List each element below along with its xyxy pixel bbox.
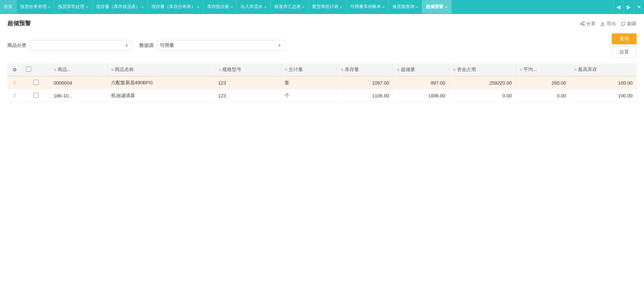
close-icon[interactable]: ×	[340, 5, 342, 9]
row-stock: 1097.00	[337, 76, 393, 89]
name-column-header[interactable]: 商品名称	[107, 63, 214, 76]
page-header: 超储预警 分享 导出 刷新	[7, 20, 637, 27]
nav-tab-task-mgmt[interactable]: 拣货任务管理 ×	[17, 0, 54, 14]
export-button[interactable]: 导出	[600, 21, 616, 27]
data-table: ⚙ 商品... 商品名称 规格型号 主计量 库存量 超储量 资金占用 平均...…	[7, 63, 637, 102]
nav-tab-overstock[interactable]: 超储预警 ×	[422, 0, 451, 14]
page-content: 超储预警 分享 导出 刷新 商品	[0, 14, 644, 293]
row-checkbox-cell	[22, 76, 50, 89]
row-spec: 123	[214, 76, 281, 89]
category-select[interactable]: ▼	[29, 40, 132, 51]
filter-row: 商品分类 ▼ 数据源 可用量 ▼ 查询 设置	[7, 33, 637, 58]
nav-tab-home[interactable]: 首页	[0, 0, 17, 14]
row-stock: 1106.00	[337, 89, 393, 102]
row-name: 机油滤清器	[107, 89, 214, 102]
nav-tab-abnormal[interactable]: 拣货异常处理 ×	[54, 0, 92, 14]
row-number: 1	[7, 76, 22, 89]
row-unit: 个	[281, 89, 337, 102]
close-icon[interactable]: ×	[231, 5, 233, 9]
nav-tab-batch[interactable]: 库存批次账 ×	[204, 0, 237, 14]
refresh-button[interactable]: 刷新	[621, 21, 637, 27]
settings-button[interactable]: 设置	[612, 47, 637, 58]
row-overstock: 1006.00	[393, 89, 449, 102]
close-icon[interactable]: ×	[197, 5, 199, 9]
row-checkbox-cell	[22, 89, 50, 102]
top-nav: 首页 拣货任务管理 × 拣货异常处理 × 现存量（库存状况表） × 现存量（库存…	[0, 0, 644, 14]
table-header-row: ⚙ 商品... 商品名称 规格型号 主计量 库存量 超储量 资金占用 平均...…	[7, 63, 637, 76]
stock-column-header[interactable]: 库存量	[337, 63, 393, 76]
avg-column-header[interactable]: 平均...	[516, 63, 570, 76]
category-label: 商品分类	[7, 42, 26, 49]
row-spec: 123	[214, 89, 281, 102]
nav-next-button[interactable]: ▶	[623, 0, 634, 14]
datasource-value: 可用量	[160, 42, 174, 49]
nav-tab-order-stats[interactable]: 要货单统计表 ×	[308, 0, 346, 14]
close-icon[interactable]: ×	[416, 5, 418, 9]
row-unit: 套	[281, 76, 337, 89]
row-checkbox[interactable]	[33, 80, 39, 85]
close-icon[interactable]: ×	[86, 5, 88, 9]
row-number: 2	[7, 89, 22, 102]
share-button[interactable]: 分享	[579, 21, 596, 27]
nav-tab-inout-flow[interactable]: 出入库流水 ×	[237, 0, 270, 14]
row-overstock: 997.00	[393, 76, 449, 89]
datasource-filter: 数据源 可用量 ▼	[139, 40, 285, 51]
table-row: 1 0000004 六配套新昌490BPG 123 套 1097.00 997.…	[7, 76, 637, 89]
refresh-icon	[621, 21, 626, 26]
row-maxstock: 100.00	[570, 76, 636, 89]
close-icon[interactable]: ×	[445, 5, 447, 9]
checkbox-column-header	[22, 63, 50, 76]
row-checkbox[interactable]	[33, 93, 39, 98]
close-icon[interactable]: ×	[142, 5, 144, 9]
category-filter: 商品分类 ▼	[7, 40, 132, 51]
share-icon	[579, 21, 585, 26]
export-icon	[600, 21, 605, 26]
select-all-checkbox[interactable]	[26, 67, 31, 72]
gear-column-header[interactable]: ⚙	[7, 63, 22, 76]
close-icon[interactable]: ×	[48, 5, 50, 9]
row-code: 0000004	[50, 76, 107, 89]
table-body: 1 0000004 六配套新昌490BPG 123 套 1097.00 997.…	[7, 76, 637, 102]
nav-tab-stock-dist[interactable]: 现存量（库存分布表） ×	[148, 0, 203, 14]
chevron-down-icon: ▼	[125, 43, 129, 48]
nav-tab-quality[interactable]: 保质期查询 ×	[389, 0, 422, 14]
datasource-select[interactable]: 可用量 ▼	[157, 40, 285, 51]
capital-column-header[interactable]: 资金占用	[449, 63, 516, 76]
unit-column-header[interactable]: 主计量	[281, 63, 337, 76]
row-avg: 260.00	[516, 76, 570, 89]
close-icon[interactable]: ×	[302, 5, 304, 9]
row-maxstock: 100.00	[570, 89, 636, 102]
row-capital: 0.00	[449, 89, 516, 102]
close-icon[interactable]: ×	[383, 5, 385, 9]
close-icon[interactable]: ×	[264, 5, 266, 9]
nav-tab-stock-status[interactable]: 现存量（库存状况表） ×	[92, 0, 148, 14]
header-actions: 分享 导出 刷新	[579, 21, 637, 27]
filter-buttons: 查询 设置	[612, 33, 637, 58]
row-name: 六配套新昌490BPG	[107, 76, 214, 89]
spec-column-header[interactable]: 规格型号	[214, 63, 281, 76]
datasource-label: 数据源	[139, 42, 154, 49]
row-code: 186-10...	[50, 89, 107, 102]
page-title: 超储预警	[7, 20, 31, 27]
row-capital: 259220.00	[449, 76, 516, 89]
nav-arrows: ◀ ▶ ✕	[613, 0, 644, 14]
nav-tab-available-ledger[interactable]: 可用量库存账本 ×	[347, 0, 389, 14]
query-button[interactable]: 查询	[612, 33, 637, 44]
overstock-column-header[interactable]: 超储量	[393, 63, 449, 76]
nav-tab-receive-summary[interactable]: 收发存汇总表 ×	[271, 0, 308, 14]
nav-close-button[interactable]: ✕	[634, 0, 644, 14]
row-avg: 0.00	[516, 89, 570, 102]
maxstock-column-header[interactable]: 最高库存	[570, 63, 636, 76]
code-column-header[interactable]: 商品...	[50, 63, 107, 76]
chevron-down-icon: ▼	[278, 43, 282, 48]
nav-prev-button[interactable]: ◀	[613, 0, 623, 14]
table-row: 2 186-10... 机油滤清器 123 个 1106.00 1006.00 …	[7, 89, 637, 102]
